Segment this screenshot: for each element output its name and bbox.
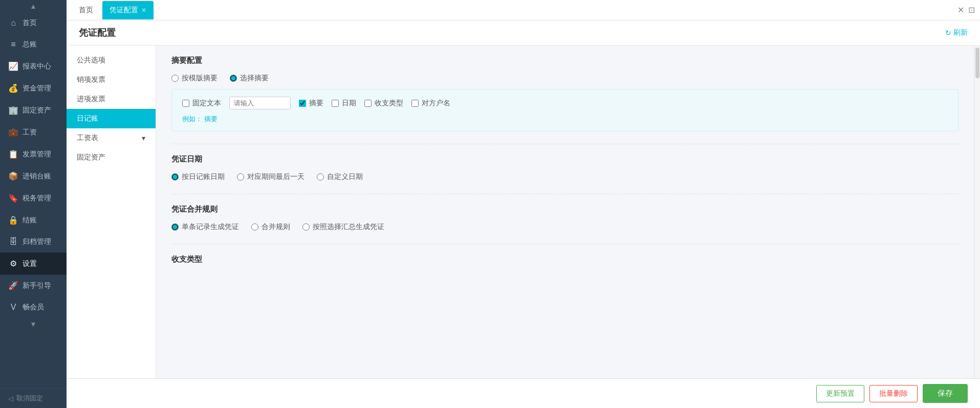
left-nav-payroll-table[interactable]: 工资表 ▾	[67, 128, 156, 148]
page-header: 凭证配置 ↻ 刷新	[67, 20, 980, 46]
left-nav-purchase-invoice[interactable]: 进项发票	[67, 89, 156, 109]
sidebar-item-archive[interactable]: 🗄 归档管理	[0, 231, 67, 253]
voucher-date-section: 凭证日期 按日记账日期 对应期间最后一天 自定义日期	[171, 154, 959, 194]
merge-rules-option[interactable]: 合并规则	[251, 222, 290, 232]
sidebar-scroll-up[interactable]: ▲	[0, 0, 67, 12]
fixed-text-checkbox[interactable]	[182, 100, 189, 107]
invoice-icon: 📋	[8, 149, 18, 159]
sidebar-item-payroll[interactable]: 💼 工资	[0, 121, 67, 143]
select-merge-option[interactable]: 按照选择汇总生成凭证	[302, 222, 384, 232]
income-type-checkbox-label[interactable]: 收支类型	[364, 99, 403, 108]
ledger-icon: ≡	[8, 40, 18, 49]
batch-delete-button[interactable]: 批量删除	[869, 385, 918, 402]
sales-icon: 📦	[8, 171, 18, 181]
archive-icon: 🗄	[8, 237, 18, 246]
minimize-button[interactable]: ✕	[957, 5, 964, 15]
sidebar-item-vip[interactable]: V 畅会员	[0, 297, 67, 318]
select-summary-option[interactable]: 选择摘要	[230, 74, 269, 83]
sidebar-item-ledger[interactable]: ≡ 总账	[0, 34, 67, 55]
merge-rules-radio-group: 单条记录生成凭证 合并规则 按照选择汇总生成凭证	[171, 222, 959, 232]
sidebar-item-funds[interactable]: 💰 资金管理	[0, 77, 67, 99]
income-type-section: 收支类型	[171, 255, 959, 285]
vip-icon: V	[8, 303, 18, 312]
tab-close-voucher[interactable]: ✕	[141, 7, 146, 14]
tab-actions: ✕ ⊡	[957, 5, 975, 15]
bottom-bar: 更新预置 批量删除 保存	[67, 378, 980, 408]
checkbox-row: 固定文本 摘要 日期	[182, 97, 948, 109]
sidebar-item-settings[interactable]: ⚙ 设置	[0, 253, 67, 275]
summary-checkbox-label[interactable]: 摘要	[299, 99, 323, 108]
custom-date-option[interactable]: 自定义日期	[317, 172, 363, 182]
left-nav-public[interactable]: 公共选项	[67, 51, 156, 70]
by-journal-date-radio[interactable]	[171, 173, 179, 180]
counterparty-checkbox-label[interactable]: 对方户名	[411, 99, 450, 108]
counterparty-checkbox[interactable]	[411, 100, 419, 107]
date-checkbox-label[interactable]: 日期	[332, 99, 356, 108]
date-checkbox[interactable]	[332, 100, 339, 107]
page-title: 凭证配置	[79, 27, 116, 39]
summary-radio-group: 按模版摘要 选择摘要	[171, 74, 959, 83]
sidebar-item-sales[interactable]: 📦 进销台账	[0, 165, 67, 187]
payroll-icon: 💼	[8, 127, 18, 137]
maximize-button[interactable]: ⊡	[968, 5, 975, 15]
chevron-down-icon: ▾	[142, 134, 145, 142]
summary-options-box: 固定文本 摘要 日期	[171, 89, 959, 131]
select-merge-radio[interactable]	[302, 223, 310, 231]
left-nav-journal[interactable]: 日记账	[67, 109, 156, 128]
tab-bar: 首页 凭证配置 ✕ ✕ ⊡	[67, 0, 980, 20]
template-summary-radio[interactable]	[171, 75, 179, 82]
refresh-button[interactable]: ↻ 刷新	[945, 28, 968, 37]
assets-icon: 🏢	[8, 105, 18, 115]
merge-rules-section: 凭证合并规则 单条记录生成凭证 合并规则 按照选择汇总生成凭证	[171, 205, 959, 244]
example-text: 例如： 摘要	[182, 115, 948, 124]
template-summary-option[interactable]: 按模版摘要	[171, 74, 217, 83]
income-type-title: 收支类型	[171, 255, 959, 264]
select-summary-radio[interactable]	[230, 75, 237, 82]
voucher-date-title: 凭证日期	[171, 154, 959, 164]
sidebar-item-invoice[interactable]: 📋 发票管理	[0, 143, 67, 165]
left-nav: 公共选项 销项发票 进项发票 日记账 工资表 ▾ 固定资产	[67, 46, 156, 378]
sidebar: ▲ ⌂ 首页 ≡ 总账 📈 报表中心 💰 资金管理 🏢 固定资产 💼 工资 📋 …	[0, 0, 67, 408]
single-record-radio[interactable]	[171, 223, 179, 231]
home-icon: ⌂	[8, 18, 18, 28]
save-button[interactable]: 保存	[923, 384, 968, 403]
report-icon: 📈	[8, 61, 18, 71]
income-type-checkbox[interactable]	[364, 100, 372, 107]
sidebar-item-closing[interactable]: 🔒 结账	[0, 209, 67, 231]
sidebar-scroll-down[interactable]: ▼	[0, 318, 67, 330]
update-preview-button[interactable]: 更新预置	[816, 385, 864, 402]
main-area: 首页 凭证配置 ✕ ✕ ⊡ 凭证配置 ↻ 刷新 公共选项	[67, 0, 980, 408]
sidebar-item-guide[interactable]: 🚀 新手引导	[0, 275, 67, 297]
closing-icon: 🔒	[8, 215, 18, 225]
pin-icon: ◁	[8, 395, 13, 402]
fixed-text-input[interactable]	[229, 97, 291, 109]
summary-section: 摘要配置 按模版摘要 选择摘要	[171, 56, 959, 144]
summary-checkbox[interactable]	[299, 100, 306, 107]
funds-icon: 💰	[8, 83, 18, 93]
tab-voucher[interactable]: 凭证配置 ✕	[102, 1, 154, 19]
fixed-text-checkbox-label[interactable]: 固定文本	[182, 99, 221, 108]
right-panel: 摘要配置 按模版摘要 选择摘要	[156, 46, 974, 378]
summary-title: 摘要配置	[171, 56, 959, 65]
last-day-option[interactable]: 对应期间最后一天	[237, 172, 304, 182]
scrollbar-thumb[interactable]	[975, 48, 979, 78]
sidebar-item-report[interactable]: 📈 报表中心	[0, 55, 67, 77]
custom-date-radio[interactable]	[317, 173, 324, 180]
settings-icon: ⚙	[8, 259, 18, 268]
layout: 公共选项 销项发票 进项发票 日记账 工资表 ▾ 固定资产	[67, 46, 980, 378]
sidebar-item-home[interactable]: ⌂ 首页	[0, 12, 67, 34]
sidebar-unpin[interactable]: ◁ 取消固定	[0, 388, 67, 408]
left-nav-fixed-assets[interactable]: 固定资产	[67, 148, 156, 167]
last-day-radio[interactable]	[237, 173, 244, 180]
content-area: 凭证配置 ↻ 刷新 公共选项 销项发票 进项发票 日记账	[67, 20, 980, 408]
sidebar-item-assets[interactable]: 🏢 固定资产	[0, 99, 67, 121]
single-record-option[interactable]: 单条记录生成凭证	[171, 222, 239, 232]
left-nav-sales-invoice[interactable]: 销项发票	[67, 70, 156, 89]
merge-rules-title: 凭证合并规则	[171, 205, 959, 214]
voucher-date-radio-group: 按日记账日期 对应期间最后一天 自定义日期	[171, 172, 959, 182]
sidebar-item-tax[interactable]: 🔖 税务管理	[0, 187, 67, 209]
by-journal-date-option[interactable]: 按日记账日期	[171, 172, 225, 182]
tab-home[interactable]: 首页	[72, 1, 100, 19]
merge-rules-radio[interactable]	[251, 223, 258, 231]
layout-scrollbar[interactable]	[974, 46, 980, 378]
